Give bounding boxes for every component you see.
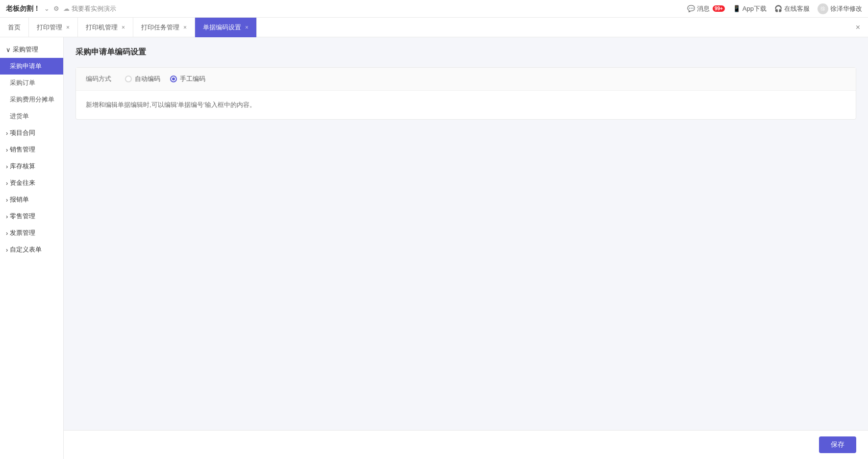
encoding-label: 编码方式	[86, 75, 115, 83]
sidebar-group-purchase-label: 采购管理	[13, 45, 38, 54]
online-service-label: 在线客服	[784, 4, 810, 13]
top-bar-right: 💬 消息 99+ 📱 App下载 🎧 在线客服 徐 徐泽华修改	[687, 3, 862, 14]
user-menu[interactable]: 徐 徐泽华修改	[818, 3, 862, 14]
sidebar-group-project-contract: › 项目合同	[0, 125, 63, 141]
headset-icon: 🎧	[774, 5, 782, 12]
tab-encoding-settings-label: 单据编码设置	[203, 23, 241, 32]
radio-manual-label: 手工编码	[180, 75, 205, 83]
content-area: 采购申请单编码设置 编码方式 自动编码 手工编码	[64, 37, 868, 459]
tab-print-task-management-label: 打印任务管理	[141, 23, 179, 32]
tab-printer-management-close[interactable]: ×	[122, 24, 125, 31]
radio-manual-encoding[interactable]: 手工编码	[170, 75, 205, 83]
tab-encoding-settings[interactable]: 单据编码设置 ×	[195, 18, 257, 37]
sidebar-group-sales: › 销售管理	[0, 141, 63, 158]
sidebar-group-inventory-title[interactable]: › 库存核算	[0, 158, 63, 175]
online-service-button[interactable]: 🎧 在线客服	[774, 4, 810, 13]
app-download-label: App下载	[743, 4, 767, 13]
sidebar-group-custom-form-title[interactable]: › 自定义表单	[0, 241, 63, 258]
messages-label: 消息	[697, 4, 710, 13]
tab-print-management-label: 打印管理	[37, 23, 62, 32]
sidebar-group-retail-arrow: ›	[6, 213, 8, 220]
radio-auto-label: 自动编码	[135, 75, 160, 83]
avatar: 徐	[818, 3, 828, 14]
settings-card: 编码方式 自动编码 手工编码 新增和编辑单据编辑时,可以编辑'单据编号'输入框中…	[75, 67, 856, 120]
sidebar-item-purchase-order[interactable]: 采购订单	[0, 75, 63, 91]
top-bar-left: 老板勿割！ ⌄ ⚙ ☁ 我要看实例演示	[6, 4, 116, 13]
sidebar-group-funds-arrow: ›	[6, 179, 8, 187]
user-name: 徐泽华修改	[830, 4, 862, 13]
sidebar-group-custom-form: › 自定义表单	[0, 241, 63, 258]
sidebar-group-invoice-label: 发票管理	[10, 229, 35, 237]
radio-manual-circle	[170, 76, 177, 82]
sidebar-group-funds-title[interactable]: › 资金往来	[0, 175, 63, 191]
brand-dropdown-icon[interactable]: ⌄	[44, 5, 50, 12]
sidebar-group-sales-arrow: ›	[6, 146, 8, 153]
content-main: 采购申请单编码设置 编码方式 自动编码 手工编码	[64, 37, 868, 430]
sidebar-item-purchase-request-label: 采购申请单	[10, 62, 42, 70]
sidebar-group-retail: › 零售管理	[0, 208, 63, 225]
sidebar-group-sales-label: 销售管理	[10, 145, 35, 154]
tab-bar: 首页 打印管理 × 打印机管理 × 打印任务管理 × 单据编码设置 × ×	[0, 18, 868, 37]
sidebar-group-expense-report-label: 报销单	[10, 195, 29, 204]
tab-printer-management[interactable]: 打印机管理 ×	[78, 18, 133, 37]
sidebar-group-purchase: ∨ 采购管理 采购申请单 采购订单 采购费用分摊单 进货单	[0, 41, 63, 125]
sidebar-group-inventory-label: 库存核算	[10, 162, 35, 171]
sidebar-group-project-contract-label: 项目合同	[10, 128, 35, 137]
tab-print-management-close[interactable]: ×	[66, 24, 70, 31]
tab-printer-management-label: 打印机管理	[86, 23, 118, 32]
radio-auto-encoding[interactable]: 自动编码	[125, 75, 160, 83]
sidebar-group-project-contract-arrow: ›	[6, 129, 8, 137]
sidebar-group-inventory-arrow: ›	[6, 163, 8, 170]
cloud-icon: ☁	[63, 5, 70, 12]
sidebar-group-purchase-arrow: ∨	[6, 46, 11, 53]
sidebar-group-expense-report-arrow: ›	[6, 196, 8, 204]
sidebar-group-custom-form-arrow: ›	[6, 246, 8, 254]
tab-home[interactable]: 首页	[0, 18, 29, 37]
tab-print-task-management-close[interactable]: ×	[183, 24, 187, 31]
tab-print-management[interactable]: 打印管理 ×	[29, 18, 78, 37]
message-icon: 💬	[687, 5, 695, 12]
sidebar-item-purchase-expense[interactable]: 采购费用分摊单	[0, 91, 63, 108]
sidebar-group-invoice: › 发票管理	[0, 225, 63, 241]
sidebar-group-custom-form-label: 自定义表单	[10, 245, 42, 254]
sidebar-item-purchase-request[interactable]: 采购申请单	[0, 58, 63, 75]
page-title: 采购申请单编码设置	[75, 47, 856, 57]
app-download-button[interactable]: 📱 App下载	[733, 4, 767, 13]
info-text: 新增和编辑单据编辑时,可以编辑'单据编号'输入框中的内容。	[76, 91, 856, 119]
sidebar-group-funds: › 资金往来	[0, 175, 63, 191]
sidebar-group-funds-label: 资金往来	[10, 178, 35, 187]
sidebar-group-sales-title[interactable]: › 销售管理	[0, 141, 63, 158]
search-bar[interactable]: ☁ 我要看实例演示	[63, 4, 116, 13]
sidebar-group-inventory: › 库存核算	[0, 158, 63, 175]
radio-auto-circle	[125, 76, 132, 82]
search-text: 我要看实例演示	[72, 4, 116, 13]
messages-badge: 99+	[713, 5, 725, 12]
sidebar-item-goods-receipt[interactable]: 进货单	[0, 108, 63, 125]
brand-label: 老板勿割！	[6, 4, 40, 13]
content-footer: 保存	[64, 430, 868, 459]
global-close-button[interactable]: ×	[848, 23, 868, 32]
sidebar-group-project-contract-title[interactable]: › 项目合同	[0, 125, 63, 141]
top-bar: 老板勿割！ ⌄ ⚙ ☁ 我要看实例演示 💬 消息 99+ 📱 App下载 🎧 在…	[0, 0, 868, 18]
tab-encoding-settings-close[interactable]: ×	[245, 24, 248, 31]
sidebar-group-retail-title[interactable]: › 零售管理	[0, 208, 63, 225]
sidebar-item-purchase-expense-label: 采购费用分摊单	[10, 96, 54, 103]
sidebar-group-retail-label: 零售管理	[10, 212, 35, 221]
sidebar-item-goods-receipt-label: 进货单	[10, 112, 29, 120]
settings-icon[interactable]: ⚙	[53, 5, 59, 12]
radio-group: 自动编码 手工编码	[125, 75, 205, 83]
sidebar-group-expense-report-title[interactable]: › 报销单	[0, 191, 63, 208]
sidebar-group-purchase-title[interactable]: ∨ 采购管理	[0, 41, 63, 58]
sidebar-group-invoice-arrow: ›	[6, 230, 8, 237]
app-download-icon: 📱	[733, 5, 741, 12]
sidebar-item-purchase-order-label: 采购订单	[10, 79, 35, 86]
sidebar-group-expense-report: › 报销单	[0, 191, 63, 208]
save-button[interactable]: 保存	[819, 436, 856, 453]
sidebar-group-invoice-title[interactable]: › 发票管理	[0, 225, 63, 241]
tab-home-label: 首页	[8, 23, 21, 32]
tab-print-task-management[interactable]: 打印任务管理 ×	[133, 18, 195, 37]
sidebar: ∨ 采购管理 采购申请单 采购订单 采购费用分摊单 进货单 › 项目合同	[0, 37, 64, 459]
messages-button[interactable]: 💬 消息 99+	[687, 4, 725, 13]
main-layout: ∨ 采购管理 采购申请单 采购订单 采购费用分摊单 进货单 › 项目合同	[0, 37, 868, 459]
encoding-row: 编码方式 自动编码 手工编码	[76, 68, 856, 91]
